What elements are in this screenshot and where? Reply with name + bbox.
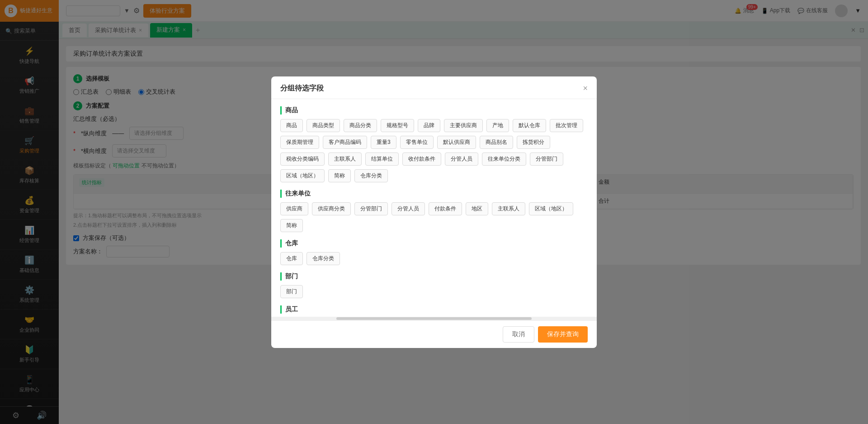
field-group-department: 部门 部门 — [280, 272, 588, 298]
field-tags-warehouse: 仓库 仓库分类 — [280, 252, 588, 265]
field-tag-partner-0[interactable]: 供应商 — [280, 202, 308, 215]
field-tag-goods-15[interactable]: 拣货积分 — [517, 136, 550, 149]
field-tag-partner-3[interactable]: 分管人员 — [392, 202, 425, 215]
field-tag-goods-24[interactable]: 简称 — [328, 169, 351, 182]
modal-overlay: 分组待选字段 × 商品 商品 商品类型 商品分类 规格型号 品牌 主要供应商 产… — [0, 0, 868, 424]
field-tag-partner-4[interactable]: 付款条件 — [429, 202, 462, 215]
field-group-warehouse-title: 仓库 — [280, 239, 588, 248]
modal-body: 商品 商品 商品类型 商品分类 规格型号 品牌 主要供应商 产地 默认仓库 批次… — [271, 99, 597, 317]
field-group-employee: 员工 业务员 — [280, 305, 588, 317]
field-group-partner: 往来单位 供应商 供应商分类 分管部门 分管人员 付款条件 地区 主联系人 区域… — [280, 190, 588, 232]
field-tag-goods-25[interactable]: 仓库分类 — [354, 169, 388, 182]
field-tag-warehouse-0[interactable]: 仓库 — [280, 252, 303, 265]
modal-cancel-button[interactable]: 取消 — [503, 326, 534, 343]
field-tag-goods-17[interactable]: 主联系人 — [328, 152, 362, 166]
field-group-warehouse: 仓库 仓库 仓库分类 — [280, 239, 588, 265]
field-group-goods-title: 商品 — [280, 106, 588, 114]
field-tag-goods-18[interactable]: 结算单位 — [365, 152, 399, 166]
field-tags-goods: 商品 商品类型 商品分类 规格型号 品牌 主要供应商 产地 默认仓库 批次管理 … — [280, 119, 588, 182]
field-tag-partner-8[interactable]: 简称 — [280, 219, 303, 232]
field-tag-goods-9[interactable]: 保质期管理 — [280, 136, 319, 149]
field-tag-warehouse-1[interactable]: 仓库分类 — [307, 252, 340, 265]
field-tag-goods-3[interactable]: 规格型号 — [381, 119, 414, 132]
field-tag-partner-6[interactable]: 主联系人 — [492, 202, 525, 215]
field-tag-goods-14[interactable]: 商品别名 — [480, 136, 513, 149]
field-tag-goods-12[interactable]: 零售单位 — [400, 136, 434, 149]
field-tag-partner-1[interactable]: 供应商分类 — [312, 202, 351, 215]
field-tag-goods-2[interactable]: 商品分类 — [344, 119, 377, 132]
field-tag-partner-2[interactable]: 分管部门 — [354, 202, 388, 215]
field-tag-goods-6[interactable]: 产地 — [486, 119, 509, 132]
field-tag-goods-7[interactable]: 默认仓库 — [513, 119, 546, 132]
field-tag-partner-7[interactable]: 区域（地区） — [529, 202, 573, 215]
field-tag-goods-1[interactable]: 商品类型 — [307, 119, 340, 132]
modal-title: 分组待选字段 — [280, 84, 324, 93]
field-selection-modal: 分组待选字段 × 商品 商品 商品类型 商品分类 规格型号 品牌 主要供应商 产… — [271, 76, 597, 348]
field-tag-goods-0[interactable]: 商品 — [280, 119, 303, 132]
field-tag-goods-13[interactable]: 默认供应商 — [437, 136, 476, 149]
modal-header: 分组待选字段 × — [271, 76, 597, 99]
field-tag-goods-22[interactable]: 分管部门 — [530, 152, 563, 166]
field-group-partner-title: 往来单位 — [280, 190, 588, 198]
field-tag-goods-19[interactable]: 收付款条件 — [402, 152, 441, 166]
field-tag-goods-21[interactable]: 往来单位分类 — [482, 152, 526, 166]
field-tag-goods-10[interactable]: 客户商品编码 — [323, 136, 367, 149]
field-tags-department: 部门 — [280, 285, 588, 298]
field-tag-goods-4[interactable]: 品牌 — [418, 119, 440, 132]
field-tag-goods-8[interactable]: 批次管理 — [550, 119, 583, 132]
modal-scrollbar-thumb[interactable] — [336, 317, 532, 320]
modal-footer: 取消 保存并查询 — [271, 320, 597, 348]
field-group-employee-title: 员工 — [280, 305, 588, 314]
field-group-goods: 商品 商品 商品类型 商品分类 规格型号 品牌 主要供应商 产地 默认仓库 批次… — [280, 106, 588, 182]
modal-save-button[interactable]: 保存并查询 — [538, 326, 588, 343]
modal-scrollbar-track — [271, 317, 597, 320]
field-tags-partner: 供应商 供应商分类 分管部门 分管人员 付款条件 地区 主联系人 区域（地区） … — [280, 202, 588, 232]
field-tag-goods-11[interactable]: 重量3 — [371, 136, 396, 149]
field-tag-goods-16[interactable]: 税收分类编码 — [280, 152, 325, 166]
field-tag-partner-5[interactable]: 地区 — [466, 202, 488, 215]
field-tag-department-0[interactable]: 部门 — [280, 285, 303, 298]
field-tag-goods-23[interactable]: 区域（地区） — [280, 169, 325, 182]
modal-close-button[interactable]: × — [583, 84, 588, 93]
field-group-department-title: 部门 — [280, 272, 588, 281]
field-tag-goods-5[interactable]: 主要供应商 — [444, 119, 483, 132]
field-tag-goods-20[interactable]: 分管人员 — [445, 152, 478, 166]
